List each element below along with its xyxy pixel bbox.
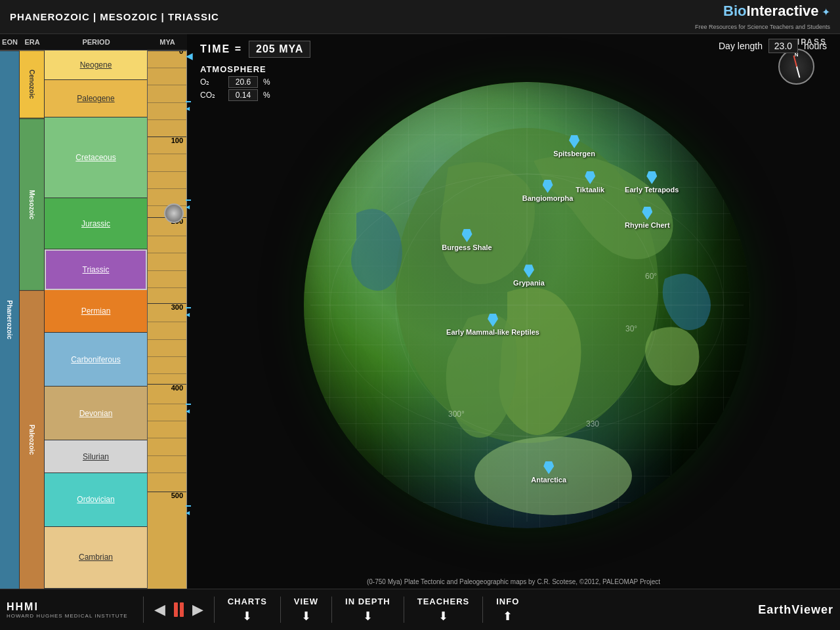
mya-400: 400 (171, 384, 183, 392)
teachers-button[interactable]: TEACHERS ⬇ (410, 597, 478, 623)
charts-icon: ⬇ (242, 609, 252, 623)
next-button[interactable]: ▶ (187, 601, 209, 618)
period-cambrian[interactable]: Cambrian (45, 527, 147, 589)
globe[interactable]: 60° 30° 330 300° Spitsbergen Tiktaalik B… (304, 82, 750, 528)
mya-ruler[interactable]: 0 100 200 300 400 500 (148, 51, 187, 589)
co2-label: CO₂ (200, 91, 223, 100)
nav-divider-4 (331, 597, 332, 623)
nav-divider-6 (482, 597, 483, 623)
mya-500: 500 (171, 492, 183, 499)
globe-container: 60° 30° 330 300° Spitsbergen Tiktaalik B… (220, 54, 833, 556)
period-carboniferous[interactable]: Carboniferous (45, 333, 147, 387)
geological-timeline: Phanerozoic Cenozoic Mesozoic Paleozoic … (0, 51, 187, 589)
era-column: Cenozoic Mesozoic Paleozoic (20, 51, 45, 589)
svg-text:60°: 60° (645, 272, 657, 281)
period-ordovician[interactable]: Ordovician (45, 473, 147, 527)
co2-value: 0.14 (228, 89, 258, 101)
eon-column: Phanerozoic (0, 51, 20, 589)
pin-bangiomorpha[interactable]: Bangiomorpha (522, 180, 574, 202)
period-permian[interactable]: Permian (45, 290, 147, 333)
mya-header: MYA (148, 38, 187, 46)
hhmi-logo: HHMI HOWARD HUGHES MEDICAL INSTITUTE (7, 601, 128, 619)
period-silurian[interactable]: Silurian (45, 440, 147, 472)
side-tick-3: ◀ (186, 307, 191, 308)
pin-rhynie-chert[interactable]: Rhynie Chert (625, 207, 669, 229)
bottom-navigation: HHMI HOWARD HUGHES MEDICAL INSTITUTE ◀ ▶… (0, 589, 840, 630)
pin-grypania[interactable]: Grypania (513, 264, 545, 287)
mya-100: 100 (171, 136, 183, 144)
nav-divider-1 (143, 597, 144, 623)
period-paleogene[interactable]: Paleogene (45, 80, 147, 117)
teachers-icon: ⬇ (438, 609, 448, 623)
nav-divider-3 (280, 597, 281, 623)
day-length-value: 23.0 (768, 39, 798, 53)
o2-unit: % (263, 77, 270, 87)
o2-value: 20.6 (228, 76, 258, 88)
pin-early-mammal-reptiles[interactable]: Early Mammal-like Reptiles (446, 314, 539, 336)
period-triassic[interactable]: Triassic (45, 249, 147, 290)
pin-antarctica[interactable]: Antarctica (531, 461, 566, 484)
pause-button[interactable] (171, 602, 187, 617)
o2-row: O₂ 20.6 % (200, 76, 827, 88)
period-cretaceous[interactable]: Cretaceous (45, 117, 147, 198)
main-content: TIME = 205 MYA ATMOSPHERE O₂ 20.6 % CO₂ … (187, 34, 840, 589)
co2-row: CO₂ 0.14 % (200, 89, 827, 101)
info-icon: ⬆ (503, 609, 513, 623)
timeline-indicator: ◀ (186, 51, 193, 61)
period-devonian[interactable]: Devonian (45, 387, 147, 440)
svg-text:300°: 300° (448, 410, 465, 419)
time-label: TIME = (200, 43, 242, 55)
period-jurassic[interactable]: Jurassic (45, 198, 147, 249)
co2-unit: % (263, 91, 270, 100)
side-tick-4: ◀ (186, 404, 191, 405)
info-panel: TIME = 205 MYA ATMOSPHERE O₂ 20.6 % CO₂ … (187, 34, 840, 126)
day-length-unit: hours (804, 41, 827, 51)
prev-button[interactable]: ◀ (149, 601, 171, 618)
logo-subtitle: Free Resources for Science Teachers and … (695, 24, 830, 30)
pin-tiktaalik[interactable]: Tiktaalik (576, 171, 604, 194)
hhmi-title: HHMI (7, 601, 128, 613)
biointeractive-logo: BioInteractive ✦ Free Resources for Scie… (695, 3, 830, 32)
pin-early-tetrapods[interactable]: Early Tetrapods (625, 171, 679, 194)
atmosphere-section: ATMOSPHERE O₂ 20.6 % CO₂ 0.14 % (200, 64, 827, 102)
in-depth-icon: ⬇ (363, 609, 373, 623)
mya-slider[interactable] (164, 203, 184, 223)
charts-button[interactable]: CHARTS ⬇ (220, 597, 275, 623)
continent-svg: 60° 30° 330 300° (304, 82, 750, 528)
pause-bar-1 (174, 602, 178, 617)
svg-text:330: 330 (586, 419, 599, 429)
side-tick-2: ◀ (186, 200, 191, 201)
period-neogene[interactable]: Neogene (45, 51, 147, 80)
day-length-label: Day length (719, 41, 763, 51)
side-tick-1: ◀ (186, 101, 191, 102)
svg-text:30°: 30° (625, 324, 637, 333)
pause-bar-2 (180, 602, 184, 617)
side-tick-5: ◀ (186, 505, 191, 507)
time-value: 205 MYA (249, 41, 310, 58)
view-icon: ⬇ (301, 609, 311, 623)
pin-spitsbergen[interactable]: Spitsbergen (553, 135, 595, 158)
eon-header: EON (0, 38, 20, 46)
header-bar: PHANEROZOIC | MESOZOIC | TRIASSIC BioInt… (0, 0, 840, 34)
logo-text: BioInteractive ✦ (695, 3, 830, 20)
earthviewer-label: EarthViewer (758, 603, 833, 617)
info-button[interactable]: INFO ⬆ (488, 597, 527, 623)
nav-divider-2 (214, 597, 215, 623)
era-paleozoic[interactable]: Paleozoic (20, 290, 44, 589)
era-header: ERA (20, 38, 45, 46)
day-length-display: Day length 23.0 hours (719, 41, 827, 51)
nav-divider-5 (404, 597, 404, 623)
view-button[interactable]: VIEW ⬇ (286, 597, 326, 623)
atmosphere-title: ATMOSPHERE (200, 64, 827, 74)
eon-phanerozoic[interactable]: Phanerozoic (0, 51, 19, 589)
mya-300: 300 (171, 303, 183, 311)
page-title: PHANEROZOIC | MESOZOIC | TRIASSIC (10, 11, 219, 22)
map-caption: (0-750 Mya) Plate Tectonic and Paleogeog… (187, 578, 840, 585)
pin-burgess-shale[interactable]: Burgess Shale (442, 229, 492, 251)
in-depth-button[interactable]: IN DEPTH ⬇ (337, 597, 398, 623)
o2-label: O₂ (200, 77, 223, 87)
hhmi-subtitle: HOWARD HUGHES MEDICAL INSTITUTE (7, 613, 128, 619)
era-cenozoic[interactable]: Cenozoic (20, 51, 44, 118)
era-mesozoic[interactable]: Mesozoic (20, 118, 44, 290)
column-headers: EON ERA PERIOD MYA (0, 34, 187, 51)
